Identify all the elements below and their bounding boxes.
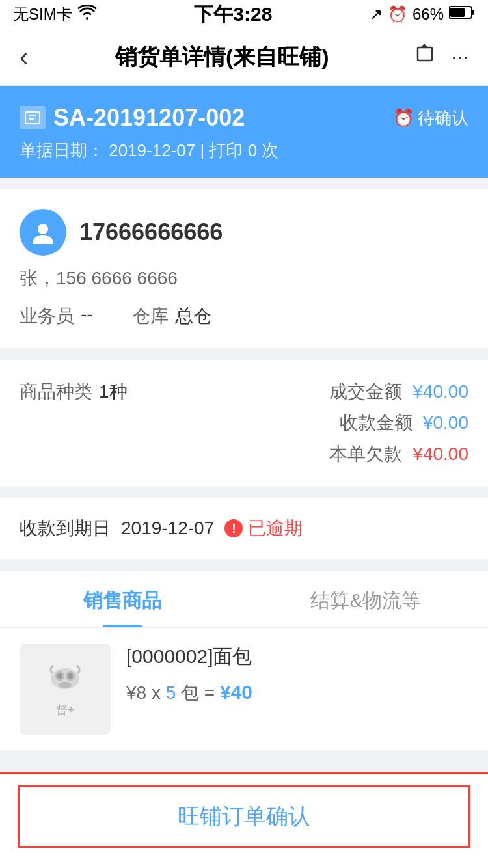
customer-name: 张，156 6666 6666 (20, 266, 468, 291)
status-text: 待确认 (418, 107, 468, 129)
status-clock-icon: ⏰ (393, 108, 414, 128)
svg-rect-4 (25, 112, 40, 124)
order-header: SA-20191207-002 ⏰ 待确认 单据日期： 2019-12-07 |… (0, 86, 488, 178)
salesperson-label: 业务员 (20, 304, 74, 329)
product-item: 督+ [0000002]面包 ¥8 x 5 包 = ¥40 (20, 644, 468, 735)
confirm-button[interactable]: 旺铺订单确认 (20, 787, 468, 846)
product-image: 督+ (20, 644, 111, 735)
product-type-value: 1种 (99, 379, 128, 404)
owed-row: 本单欠款 ¥40.00 (329, 442, 468, 467)
due-date-card: 收款到期日 2019-12-07 ! 已逾期 (0, 498, 488, 559)
overdue-text: 已逾期 (248, 516, 303, 541)
product-info: [0000002]面包 ¥8 x 5 包 = ¥40 (126, 644, 468, 705)
product-name: [0000002]面包 (126, 644, 468, 670)
status-right: ↗ ⏰ 66% (370, 5, 475, 23)
due-date-label: 收款到期日 (20, 516, 111, 541)
product-type-label: 商品种类 (20, 379, 92, 404)
customer-meta: 业务员 -- 仓库 总仓 (20, 304, 468, 329)
tabs-container: 销售商品 结算&物流等 (0, 571, 488, 628)
alarm-icon: ⏰ (388, 5, 407, 23)
svg-point-13 (59, 682, 72, 688)
tab-products[interactable]: 销售商品 (0, 571, 244, 627)
svg-rect-1 (472, 10, 474, 15)
summary-card: 商品种类 1种 成交金额 ¥40.00 收款金额 ¥0.00 本单欠款 ¥40.… (0, 360, 488, 486)
bottom-bar: 旺铺订单确认 (0, 772, 488, 868)
product-total: ¥40 (220, 681, 252, 703)
product-price: ¥8 x 5 包 = ¥40 (126, 681, 468, 705)
product-qty: 5 (166, 683, 176, 703)
svg-rect-3 (418, 47, 432, 61)
svg-point-7 (38, 224, 48, 234)
warehouse-meta: 仓库 总仓 (132, 304, 211, 329)
received-label: 收款金额 (340, 411, 413, 435)
salesperson-value: -- (81, 304, 93, 329)
back-button[interactable]: ‹ (20, 42, 28, 72)
brand-plus-text: 督+ (56, 702, 75, 718)
share-icon[interactable] (416, 44, 438, 71)
warehouse-value: 总仓 (175, 304, 211, 329)
more-icon[interactable]: ··· (451, 45, 468, 69)
due-date-value: 2019-12-07 (121, 518, 214, 539)
nav-bar: ‹ 销货单详情(来自旺铺) ··· (0, 29, 488, 86)
owed-value: ¥40.00 (413, 444, 468, 465)
order-icon (20, 106, 46, 129)
product-type-item: 商品种类 1种 (20, 379, 128, 404)
order-status: ⏰ 待确认 (393, 107, 468, 129)
price-per-unit: ¥8 (126, 683, 146, 703)
amount-row: 成交金额 ¥40.00 (329, 379, 468, 404)
received-value: ¥0.00 (423, 413, 468, 433)
warehouse-label: 仓库 (132, 304, 169, 329)
status-left: 无SIM卡 (13, 4, 97, 25)
customer-card: 17666666666 张，156 6666 6666 业务员 -- 仓库 总仓 (0, 189, 488, 348)
customer-phone: 17666666666 (79, 219, 223, 246)
location-icon: ↗ (370, 5, 383, 23)
summary-left: 商品种类 1种 (20, 379, 128, 404)
svg-point-11 (57, 673, 62, 679)
nav-actions: ··· (416, 44, 468, 71)
battery-icon (449, 5, 475, 23)
svg-rect-2 (450, 8, 465, 17)
overdue-dot-icon: ! (224, 519, 243, 537)
order-date: 单据日期： 2019-12-07 | 打印 0 次 (20, 139, 468, 162)
order-id-text: SA-20191207-002 (53, 104, 245, 131)
received-row: 收款金额 ¥0.00 (340, 411, 468, 435)
tab-settlement[interactable]: 结算&物流等 (244, 571, 488, 627)
overdue-badge: ! 已逾期 (224, 516, 303, 541)
sim-label: 无SIM卡 (13, 4, 72, 25)
avatar (20, 209, 66, 256)
amount-label: 成交金额 (329, 379, 402, 404)
order-id-container: SA-20191207-002 (20, 104, 245, 131)
status-time: 下午3:28 (194, 1, 272, 28)
wifi-icon (77, 5, 97, 23)
svg-point-12 (68, 673, 73, 679)
summary-right: 成交金额 ¥40.00 收款金额 ¥0.00 本单欠款 ¥40.00 (329, 379, 468, 467)
amount-value: ¥40.00 (413, 381, 468, 402)
page-title: 销货单详情(来自旺铺) (115, 42, 329, 72)
status-bar: 无SIM卡 下午3:28 ↗ ⏰ 66% (0, 0, 488, 29)
battery-label: 66% (413, 5, 444, 23)
product-list: 督+ [0000002]面包 ¥8 x 5 包 = ¥40 (0, 628, 488, 750)
brand-logo-icon (46, 660, 85, 699)
owed-label: 本单欠款 (329, 442, 402, 467)
salesperson-meta: 业务员 -- (20, 304, 93, 329)
